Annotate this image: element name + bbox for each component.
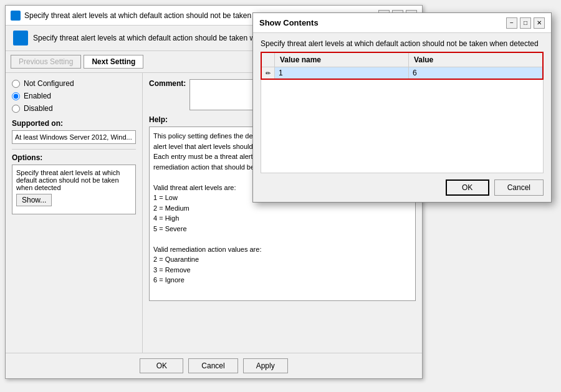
value-col-header: Value — [408, 52, 543, 67]
table-header-row: Value name Value — [261, 52, 543, 67]
dialog-minimize-button[interactable]: − — [506, 17, 517, 29]
dialog-close-button[interactable]: ✕ — [534, 17, 545, 29]
dialog-title-bar: Show Contents − □ ✕ — [253, 13, 551, 33]
dialog-footer: OK Cancel — [253, 173, 551, 202]
dialog-overlay: Show Contents − □ ✕ Specify threat alert… — [0, 0, 561, 392]
pencil-icon — [266, 69, 271, 77]
edit-icon-col-header — [261, 52, 275, 67]
value-cell[interactable] — [408, 67, 543, 80]
value-name-col-header: Value name — [275, 52, 409, 67]
contents-table: Value name Value — [261, 52, 544, 80]
dialog-description-text: Specify threat alert levels at which def… — [261, 39, 539, 48]
value-name-input[interactable] — [279, 69, 405, 77]
dialog-description: Specify threat alert levels at which def… — [253, 33, 551, 52]
table-spacer — [261, 80, 544, 173]
dialog-title: Show Contents — [259, 18, 506, 27]
row-edit-icon-cell — [261, 67, 275, 80]
dialog-table-area: Value name Value — [253, 52, 551, 173]
table-row[interactable] — [261, 67, 543, 80]
show-contents-dialog: Show Contents − □ ✕ Specify threat alert… — [252, 12, 552, 203]
dialog-cancel-button[interactable]: Cancel — [494, 179, 544, 196]
dialog-title-controls: − □ ✕ — [506, 17, 545, 29]
dialog-maximize-button[interactable]: □ — [520, 17, 531, 29]
value-input[interactable] — [413, 69, 539, 77]
dialog-ok-button[interactable]: OK — [446, 179, 489, 196]
value-name-cell[interactable] — [275, 67, 409, 80]
